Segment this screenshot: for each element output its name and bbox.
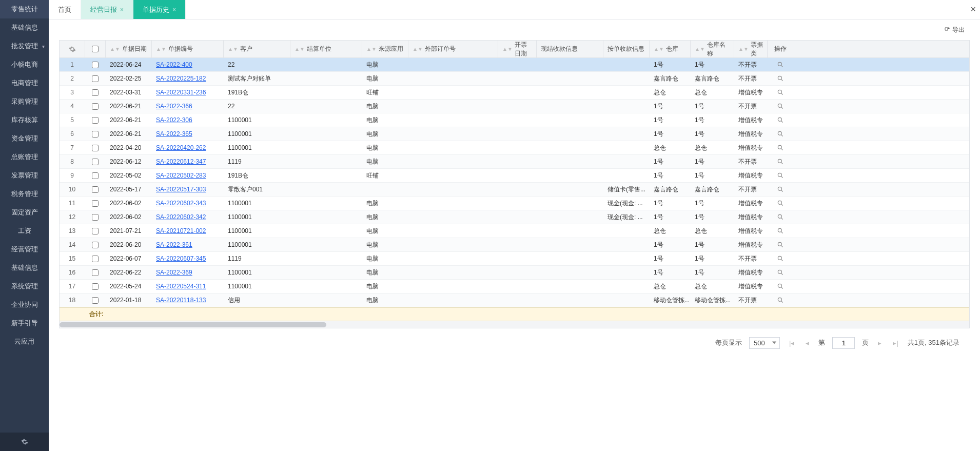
doc-link[interactable]: SA-2022-369 (156, 269, 192, 276)
tab-home[interactable]: 首页 (49, 0, 81, 19)
search-icon[interactable] (777, 75, 784, 82)
col-ext-order[interactable]: ▲▼外部订单号 (408, 41, 498, 57)
select-all[interactable] (85, 41, 106, 57)
close-icon[interactable]: × (172, 6, 176, 13)
search-icon[interactable] (777, 227, 784, 234)
search-icon[interactable] (777, 269, 784, 276)
search-icon[interactable] (777, 61, 784, 68)
col-bill-info[interactable]: 按单收款信息 (603, 41, 650, 57)
row-checkbox[interactable] (92, 131, 99, 138)
table-row[interactable]: 132021-07-21SA-20210721-0021100001电脑总仓总仓… (60, 224, 969, 238)
doc-link[interactable]: SA-20220602-343 (156, 200, 206, 207)
row-checkbox[interactable] (92, 159, 99, 165)
table-row[interactable]: 102022-05-17SA-20220517-303零散客户001储值卡(零售… (60, 183, 969, 197)
row-checkbox[interactable] (92, 297, 99, 304)
row-checkbox[interactable] (92, 283, 99, 290)
table-row[interactable]: 172022-05-24SA-20220524-3111100001电脑总仓总仓… (60, 280, 969, 293)
close-icon[interactable]: × (120, 6, 124, 13)
row-checkbox[interactable] (92, 214, 99, 221)
sidebar-item-1[interactable]: 基础信息 (0, 18, 49, 37)
search-icon[interactable] (777, 172, 784, 179)
sidebar-settings[interactable] (0, 433, 49, 451)
search-icon[interactable] (777, 158, 784, 165)
table-row[interactable]: 122022-06-02SA-20220602-3421100001电脑现金(现… (60, 210, 969, 224)
table-row[interactable]: 22022-02-25SA-20220225-182测试客户对账单电脑嘉言路仓嘉… (60, 72, 969, 86)
table-row[interactable]: 72022-04-20SA-20220420-2621100001电脑总仓总仓增… (60, 141, 969, 155)
perpage-select[interactable]: 500 (749, 337, 780, 349)
search-icon[interactable] (777, 186, 784, 193)
close-all-icon[interactable]: × (970, 4, 976, 15)
search-icon[interactable] (777, 103, 784, 110)
col-bill-date[interactable]: ▲▼开票日期 (498, 41, 537, 57)
table-row[interactable]: 182022-01-18SA-20220118-133信用电脑移动仓管拣...移… (60, 293, 969, 307)
search-icon[interactable] (777, 130, 784, 138)
export-button[interactable]: 导出 (944, 26, 965, 34)
search-icon[interactable] (777, 241, 784, 248)
tab-doc-history[interactable]: 单据历史× (133, 0, 186, 19)
prev-page-button[interactable]: ◂ (803, 339, 811, 347)
col-cash-info[interactable]: 现结收款信息 (537, 41, 603, 57)
sidebar-item-7[interactable]: 资金管理 (0, 129, 49, 148)
search-icon[interactable] (777, 255, 784, 262)
table-row[interactable]: 142022-06-20SA-2022-3611100001电脑1号1号增值税专 (60, 238, 969, 252)
sidebar-item-14[interactable]: 基础信息 (0, 259, 49, 277)
search-icon[interactable] (777, 116, 784, 124)
horizontal-scrollbar[interactable] (59, 321, 970, 328)
sidebar-item-15[interactable]: 系统管理 (0, 277, 49, 296)
table-row[interactable]: 52022-06-21SA-2022-3061100001电脑1号1号增值税专 (60, 113, 969, 127)
sidebar-item-9[interactable]: 发票管理 (0, 166, 49, 185)
search-icon[interactable] (777, 283, 784, 290)
table-row[interactable]: 92022-05-02SA-20220502-283191B仓旺铺1号1号增值税… (60, 169, 969, 183)
row-checkbox[interactable] (92, 172, 99, 179)
sidebar-item-6[interactable]: 库存核算 (0, 111, 49, 129)
sidebar-item-10[interactable]: 税务管理 (0, 185, 49, 203)
row-checkbox[interactable] (92, 269, 99, 276)
sidebar-item-4[interactable]: 电商管理 (0, 74, 49, 92)
doc-link[interactable]: SA-2022-361 (156, 241, 192, 248)
next-page-button[interactable]: ▸ (876, 339, 884, 347)
col-warehouse[interactable]: ▲▼仓库 (650, 41, 691, 57)
select-all-checkbox[interactable] (92, 46, 99, 52)
sidebar-item-18[interactable]: 云应用 (0, 332, 49, 351)
sidebar-item-2[interactable]: 批发管理▾ (0, 37, 49, 55)
doc-link[interactable]: SA-20220524-311 (156, 283, 206, 290)
sidebar-item-11[interactable]: 固定资产 (0, 203, 49, 222)
table-row[interactable]: 62022-06-21SA-2022-3651100001电脑1号1号增值税专 (60, 127, 969, 141)
table-row[interactable]: 82022-06-12SA-20220612-3471119电脑1号1号不开票 (60, 155, 969, 169)
search-icon[interactable] (777, 200, 784, 207)
scrollbar-thumb[interactable] (60, 322, 326, 327)
doc-link[interactable]: SA-20220612-347 (156, 158, 206, 165)
sidebar-item-0[interactable]: 零售统计 (0, 0, 49, 18)
row-checkbox[interactable] (92, 200, 99, 207)
doc-link[interactable]: SA-2022-365 (156, 130, 192, 138)
table-row[interactable]: 162022-06-22SA-2022-3691100001电脑1号1号增值税专 (60, 266, 969, 280)
sidebar-item-16[interactable]: 企业协同 (0, 296, 49, 314)
tab-daily-report[interactable]: 经营日报× (81, 0, 133, 19)
row-checkbox[interactable] (92, 256, 99, 262)
row-checkbox[interactable] (92, 62, 99, 68)
search-icon[interactable] (777, 297, 784, 304)
doc-link[interactable]: SA-2022-306 (156, 116, 192, 124)
doc-link[interactable]: SA-20210721-002 (156, 227, 206, 234)
col-unit[interactable]: ▲▼结算单位 (290, 41, 362, 57)
col-warehouse-name[interactable]: ▲▼仓库名称 (691, 41, 734, 57)
search-icon[interactable] (777, 213, 784, 221)
last-page-button[interactable]: ▸| (891, 339, 900, 347)
doc-link[interactable]: SA-20220602-342 (156, 213, 206, 221)
row-checkbox[interactable] (92, 242, 99, 248)
doc-link[interactable]: SA-2022-400 (156, 61, 192, 68)
row-checkbox[interactable] (92, 145, 99, 151)
row-checkbox[interactable] (92, 228, 99, 234)
col-invoice[interactable]: ▲▼票据类 (734, 41, 768, 57)
column-settings[interactable] (60, 41, 85, 57)
row-checkbox[interactable] (92, 103, 99, 110)
table-row[interactable]: 32022-03-31SA-20220331-236191B仓旺铺总仓总仓增值税… (60, 86, 969, 100)
row-checkbox[interactable] (92, 186, 99, 193)
sidebar-item-13[interactable]: 经营管理 (0, 240, 49, 259)
doc-link[interactable]: SA-2022-366 (156, 103, 192, 110)
doc-link[interactable]: SA-20220517-303 (156, 186, 206, 193)
col-source[interactable]: ▲▼来源应用 (362, 41, 408, 57)
sidebar-item-17[interactable]: 新手引导 (0, 314, 49, 332)
table-row[interactable]: 112022-06-02SA-20220602-3431100001电脑现金(现… (60, 197, 969, 210)
col-customer[interactable]: ▲▼客户 (224, 41, 290, 57)
